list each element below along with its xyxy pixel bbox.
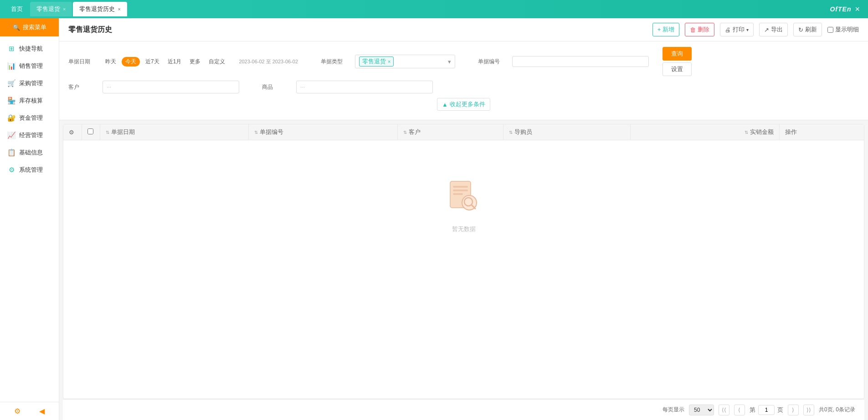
sidebar-menu: ⊞ 快捷导航 📊 销售管理 🛒 采购管理 🏪 库存核算 🔐 资金管理 📈 bbox=[0, 36, 59, 402]
page-last-button[interactable]: ⟩⟩ bbox=[803, 405, 814, 415]
col-amount-label: 实销金额 bbox=[750, 128, 774, 136]
settings-bottom-icon[interactable]: ⚙ bbox=[14, 407, 21, 415]
col-customer[interactable]: ⇅ 客户 bbox=[398, 124, 503, 140]
sidebar-item-basic-info[interactable]: 📋 基础信息 bbox=[0, 144, 59, 161]
refresh-button[interactable]: ↻ 刷新 bbox=[793, 23, 822, 36]
tab-retail-return-label: 零售退货 bbox=[36, 5, 60, 13]
tab-retail-return-close[interactable]: × bbox=[63, 6, 66, 12]
total-info: 共0页, 0条记录 bbox=[819, 406, 855, 414]
bill-type-dropdown-icon: ▾ bbox=[448, 58, 451, 65]
pagination-bar: 每页显示 50 10 20 100 ⟨⟨ ⟨ 第 页 ⟩ ⟩⟩ 共0页, 0条记… bbox=[63, 399, 864, 420]
bill-no-label: 单据编号 bbox=[478, 58, 503, 66]
tab-home[interactable]: 首页 bbox=[5, 2, 29, 16]
export-icon: ↗ bbox=[764, 26, 769, 33]
collapse-sidebar-icon[interactable]: ◀ bbox=[39, 407, 45, 415]
select-all-checkbox[interactable] bbox=[87, 128, 93, 134]
sidebar-item-finance-mgmt[interactable]: 🔐 资金管理 bbox=[0, 109, 59, 127]
show-detail-checkbox-label[interactable]: 显示明细 bbox=[827, 26, 859, 34]
empty-state-text: 暂无数据 bbox=[452, 225, 476, 233]
sidebar-search-label: 搜索菜单 bbox=[23, 23, 46, 31]
settings-button[interactable]: 设置 bbox=[663, 62, 692, 76]
sidebar-item-operations-mgmt[interactable]: 📈 经营管理 bbox=[0, 127, 59, 144]
col-bill-date[interactable]: ⇅ 单据日期 bbox=[100, 124, 249, 140]
window-close-button[interactable]: × bbox=[851, 5, 863, 14]
page-prev-button[interactable]: ⟨ bbox=[734, 405, 745, 415]
new-button-label: + 新增 bbox=[657, 26, 674, 34]
date-opt-custom[interactable]: 自定义 bbox=[206, 57, 228, 67]
page-actions: + 新增 🗑 删除 🖨 打印 ▾ ↗ 导出 ↻ 刷新 bbox=[652, 23, 859, 36]
tab-home-label: 首页 bbox=[11, 5, 23, 13]
goods-label: 商品 bbox=[262, 83, 287, 91]
delete-button-label: 删除 bbox=[698, 26, 709, 34]
empty-state-illustration bbox=[443, 177, 484, 218]
print-button[interactable]: 🖨 打印 ▾ bbox=[720, 23, 754, 36]
col-settings[interactable]: ⚙ bbox=[63, 124, 82, 140]
brand-label: OfTEn bbox=[830, 5, 851, 13]
basic-info-icon: 📋 bbox=[7, 149, 15, 157]
sidebar-item-purchase-mgmt[interactable]: 🛒 采购管理 bbox=[0, 75, 59, 92]
operations-mgmt-icon: 📈 bbox=[7, 131, 15, 139]
empty-state-cell: 暂无数据 bbox=[63, 140, 864, 270]
date-opt-yesterday[interactable]: 昨天 bbox=[103, 57, 119, 67]
date-filter-label: 单据日期 bbox=[68, 58, 93, 66]
query-button-label: 查询 bbox=[671, 50, 683, 58]
collapse-filter-button[interactable]: ▲ 收起更多条件 bbox=[437, 98, 490, 111]
sidebar-item-label: 销售管理 bbox=[19, 62, 43, 70]
bill-type-select[interactable]: 零售退货 × ▾ bbox=[355, 55, 455, 68]
new-button[interactable]: + 新增 bbox=[652, 23, 679, 36]
date-opt-today[interactable]: 今天 bbox=[122, 57, 140, 67]
date-opt-1month[interactable]: 近1月 bbox=[165, 57, 185, 67]
tab-retail-return-history-close[interactable]: × bbox=[118, 6, 120, 12]
date-opt-more[interactable]: 更多 bbox=[187, 57, 203, 67]
sidebar-item-sales-mgmt[interactable]: 📊 销售管理 bbox=[0, 57, 59, 75]
page-title: 零售退货历史 bbox=[68, 25, 112, 35]
print-button-label: 打印 bbox=[733, 26, 745, 34]
quick-nav-icon: ⊞ bbox=[7, 45, 15, 53]
date-opt-7days[interactable]: 近7天 bbox=[143, 57, 162, 67]
col-bill-no[interactable]: ⇅ 单据编号 bbox=[249, 124, 398, 140]
col-customer-label: 客户 bbox=[409, 128, 421, 136]
col-checkbox[interactable] bbox=[82, 124, 100, 140]
col-amount-sort-icon: ⇅ bbox=[745, 130, 748, 135]
col-amount[interactable]: ⇅ 实销金额 bbox=[630, 124, 779, 140]
export-button[interactable]: ↗ 导出 bbox=[759, 23, 788, 36]
page-header: 零售退货历史 + 新增 🗑 删除 🖨 打印 ▾ ↗ 导出 bbox=[59, 18, 868, 41]
page-first-button[interactable]: ⟨⟨ bbox=[719, 405, 729, 415]
col-bill-no-sort-icon: ⇅ bbox=[254, 130, 258, 135]
delete-icon: 🗑 bbox=[690, 26, 696, 33]
tab-retail-return-history[interactable]: 零售退货历史 × bbox=[73, 2, 127, 16]
main-layout: 🔍 搜索菜单 ⊞ 快捷导航 📊 销售管理 🛒 采购管理 🏪 库存核算 🔐 bbox=[0, 18, 868, 420]
customer-select[interactable]: ··· bbox=[103, 81, 239, 93]
page-number-input[interactable] bbox=[758, 405, 775, 415]
bill-no-input[interactable] bbox=[512, 56, 649, 67]
content-area: 零售退货历史 + 新增 🗑 删除 🖨 打印 ▾ ↗ 导出 bbox=[59, 18, 868, 420]
filter-row-1: 单据日期 昨天 今天 近7天 近1月 更多 自定义 2023-06-02 至 2… bbox=[68, 47, 859, 76]
tab-retail-return[interactable]: 零售退货 × bbox=[30, 2, 72, 16]
filter-row-2: 客户 ··· 商品 ··· bbox=[68, 81, 859, 93]
query-button[interactable]: 查询 bbox=[663, 47, 692, 61]
sidebar-search-button[interactable]: 🔍 搜索菜单 bbox=[0, 18, 59, 36]
col-guide[interactable]: ⇅ 导购员 bbox=[503, 124, 630, 140]
inventory-calc-icon: 🏪 bbox=[7, 97, 15, 105]
tab-retail-return-history-label: 零售退货历史 bbox=[79, 5, 115, 13]
goods-select[interactable]: ··· bbox=[296, 81, 433, 93]
sidebar-item-system-mgmt[interactable]: ⚙ 系统管理 bbox=[0, 161, 59, 179]
bill-type-tag-close[interactable]: × bbox=[388, 59, 390, 64]
page-di-label: 第 bbox=[750, 406, 755, 414]
collapse-icon: ▲ bbox=[442, 101, 448, 108]
sidebar: 🔍 搜索菜单 ⊞ 快捷导航 📊 销售管理 🛒 采购管理 🏪 库存核算 🔐 bbox=[0, 18, 59, 420]
export-button-label: 导出 bbox=[771, 26, 783, 34]
col-operation: 操作 bbox=[779, 124, 864, 140]
page-size-select[interactable]: 50 10 20 100 bbox=[689, 405, 714, 415]
page-next-button[interactable]: ⟩ bbox=[788, 405, 799, 415]
sidebar-item-inventory-calc[interactable]: 🏪 库存核算 bbox=[0, 92, 59, 109]
sidebar-item-label: 采购管理 bbox=[19, 79, 43, 87]
data-table: ⚙ ⇅ 单据日期 ⇅ bbox=[63, 124, 864, 270]
show-detail-checkbox[interactable] bbox=[827, 27, 833, 33]
sidebar-item-quick-nav[interactable]: ⊞ 快捷导航 bbox=[0, 40, 59, 57]
delete-button[interactable]: 🗑 删除 bbox=[685, 23, 714, 36]
page-info: 第 页 bbox=[750, 405, 783, 415]
top-bar: 首页 零售退货 × 零售退货历史 × OfTEn × bbox=[0, 0, 868, 18]
sidebar-item-label: 快捷导航 bbox=[19, 45, 43, 53]
date-range-display: 2023-06-02 至 2023-06-02 bbox=[239, 58, 298, 65]
